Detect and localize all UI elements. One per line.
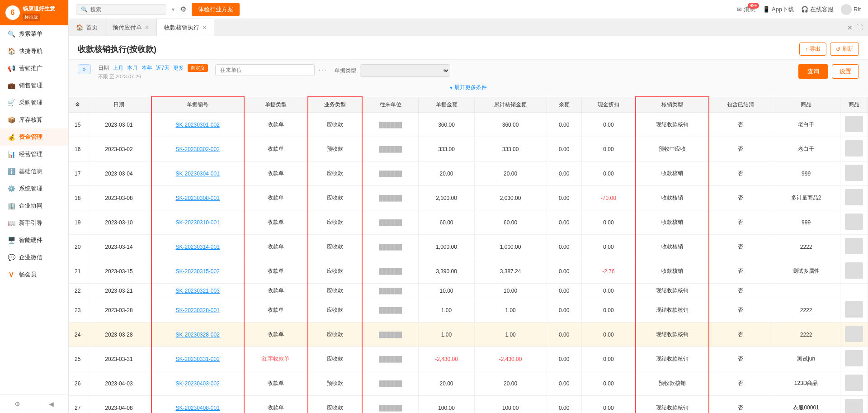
table-row[interactable]: 26 2023-04-03 SK-20230403-002 收款单 预收款 ██… [69,371,868,396]
tab-prepay[interactable]: 预付应付单 ✕ [105,19,157,36]
date-more[interactable]: 更多 [173,64,184,72]
filter-action-buttons: 查询 设置 [798,64,859,79]
query-button[interactable]: 查询 [798,64,828,79]
table-row[interactable]: 18 2023-03-08 SK-20230308-001 收款单 应收款 ██… [69,186,868,210]
table-row[interactable]: 23 2023-03-28 SK-20230328-001 收款单 应收款 ██… [69,298,868,323]
sidebar-item-search[interactable]: 🔍 搜索菜单 [0,25,68,43]
topbar-search-input[interactable] [90,6,154,13]
type-filter-select[interactable] [360,64,450,77]
sidebar-item-sales[interactable]: 💼 销售管理 [0,77,68,94]
sidebar-item-guide[interactable]: 📖 新手引导 [0,214,68,232]
refresh-button[interactable]: ↺ 刷新 [830,43,859,56]
cell-balance: 0.00 [547,235,581,259]
cell-cumul: 333.00 [474,137,547,161]
tab-home[interactable]: 🏠 首页 [69,19,105,36]
doc-no-link[interactable]: SK-20230310-001 [175,219,219,226]
table-row[interactable]: 19 2023-03-10 SK-20230310-001 收款单 应收款 ██… [69,210,868,235]
topbar-messages[interactable]: ✉ 消息 99+ [737,5,755,14]
cell-biz-type: 预收款 [308,371,362,396]
topbar-gear-icon[interactable]: ⚙ [180,5,186,14]
table-row[interactable]: 25 2023-03-31 SK-20230331-002 红字收款单 应收款 … [69,347,868,371]
date-7days[interactable]: 近7天 [156,64,170,72]
topbar-chevron-icon[interactable]: ▾ [172,6,175,13]
doc-no-link[interactable]: SK-20230304-001 [175,171,219,177]
topbar-search-icon: 🔍 [81,6,88,13]
sidebar-item-hardware[interactable]: 🖥️ 智能硬件 [0,232,68,249]
export-button[interactable]: ↑ 导出 [799,43,826,56]
cell-biz-type: 应收款 [308,161,362,186]
sidebar-item-operation[interactable]: 📊 经营管理 [0,146,68,163]
cell-seq: 20 [69,235,87,259]
doc-no-link[interactable]: SK-20230314-001 [175,244,219,250]
cell-product: 老白干 [772,113,840,137]
cell-unit: ██████ [362,347,419,371]
doc-no-link[interactable]: SK-20230328-001 [175,307,219,313]
date-last-month[interactable]: 上月 [113,64,123,72]
tab-collection[interactable]: 收款核销执行 ✕ [157,19,214,36]
filter-settings-button[interactable]: 设置 [832,64,859,79]
col-header-seq[interactable]: ⚙ [69,97,87,113]
sidebar-item-system[interactable]: ⚙️ 系统管理 [0,180,68,197]
topbar-app-download[interactable]: 📱 App下载 [763,5,794,14]
tab-expand-icon[interactable]: ⛶ [856,24,863,31]
sidebar-item-marketing[interactable]: 📢 营销推广 [0,60,68,77]
filter-collapse-button[interactable]: » [78,64,91,74]
doc-no-link[interactable]: SK-20230315-002 [175,268,219,275]
expand-more-button[interactable]: ▾ 展开更多条件 [450,84,487,91]
cell-offset-type: 收款核销 [636,210,709,235]
basic-icon: ℹ️ [7,168,15,175]
sidebar-item-quick-nav[interactable]: 🏠 快捷导航 [0,43,68,60]
sidebar-item-purchase[interactable]: 🛒 采购管理 [0,94,68,111]
unit-filter-input[interactable] [215,64,315,76]
doc-no-link[interactable]: SK-20230308-001 [175,195,219,201]
cell-product2 [840,161,868,186]
doc-no-link[interactable]: SK-20230331-002 [175,356,219,362]
topbar-solution-button[interactable]: 体验行业方案 [192,3,240,16]
doc-no-link[interactable]: SK-20230408-001 [175,405,219,411]
export-icon: ↑ [805,46,808,52]
cell-cumul: 360.00 [474,113,547,137]
cell-date: 2023-04-03 [87,371,151,396]
table-row[interactable]: 20 2023-03-14 SK-20230314-001 收款单 应收款 ██… [69,235,868,259]
collapse-icon: » [83,66,86,72]
doc-no-link[interactable]: SK-20230302-002 [175,146,219,152]
sidebar-item-basic[interactable]: ℹ️ 基础信息 [0,163,68,180]
page-header: 收款核销执行(按收款) ↑ 导出 ↺ 刷新 [69,36,868,60]
sidebar-item-inventory[interactable]: 📦 库存核算 [0,111,68,128]
table-row[interactable]: 15 2023-03-01 SK-20230301-002 收款单 应收款 ██… [69,113,868,137]
sidebar-item-enterprise[interactable]: 🏢 企业协同 [0,197,68,214]
doc-no-link[interactable]: SK-20230403-002 [175,380,219,387]
sidebar-item-finance[interactable]: 💰 资金管理 [0,128,68,146]
tab-collection-close-icon[interactable]: ✕ [202,24,207,31]
doc-no-link[interactable]: SK-20230328-002 [175,332,219,338]
expand-more-row: ▾ 展开更多条件 [78,84,859,91]
sidebar-settings-icon[interactable]: ⚙ [11,399,24,409]
cell-cash-discount: 0.00 [581,137,635,161]
cell-incl-settled: 否 [709,137,772,161]
table-row[interactable]: 22 2023-03-21 SK-20230321-003 收款单 应收款 ██… [69,284,868,298]
filter-dots: ··· [318,66,327,74]
sidebar-item-member[interactable]: V 畅会员 [0,266,68,283]
cell-cash-discount: 0.00 [581,113,635,137]
tab-prepay-close-icon[interactable]: ✕ [145,24,149,31]
logo-sub: 标推版 [23,14,40,21]
cell-doc-no: SK-20230328-001 [151,298,244,323]
cell-seq: 19 [69,210,87,235]
table-row[interactable]: 24 2023-03-28 SK-20230328-002 收款单 应收款 ██… [69,323,868,347]
doc-no-link[interactable]: SK-20230301-002 [175,122,219,128]
date-custom-badge[interactable]: 自定义 [188,64,208,72]
col-header-amount: 单据金额 [419,97,474,113]
topbar-user[interactable]: Rit [841,4,861,15]
date-this-year[interactable]: 本年 [142,64,152,72]
topbar-online-service[interactable]: 🎧 在线客服 [801,5,834,14]
table-row[interactable]: 21 2023-03-15 SK-20230315-002 收款单 应收款 ██… [69,259,868,284]
tab-close-all-icon[interactable]: ✕ [847,24,853,31]
doc-no-link[interactable]: SK-20230321-003 [175,288,219,294]
sidebar-item-wechat[interactable]: 💬 企业微信 [0,249,68,266]
table-row[interactable]: 16 2023-03-02 SK-20230302-002 收款单 预收款 ██… [69,137,868,161]
date-this-month[interactable]: 本月 [127,64,138,72]
expand-more-label: 展开更多条件 [454,84,487,91]
table-row[interactable]: 27 2023-04-08 SK-20230408-001 收款单 应收款 ██… [69,396,868,413]
table-row[interactable]: 17 2023-03-04 SK-20230304-001 收款单 应收款 ██… [69,161,868,186]
sidebar-collapse-icon[interactable]: ◀ [45,399,57,409]
